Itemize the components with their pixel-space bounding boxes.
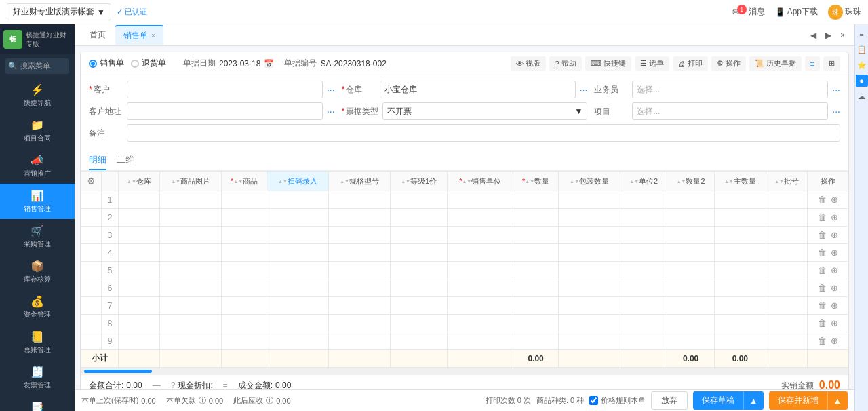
table-cell[interactable] xyxy=(667,332,714,350)
table-cell[interactable] xyxy=(559,244,620,262)
table-cell[interactable] xyxy=(559,315,620,332)
row-check-cell[interactable] xyxy=(81,191,102,209)
select-btn[interactable]: ☰选单 xyxy=(635,56,669,71)
table-cell[interactable] xyxy=(766,209,807,227)
table-cell[interactable] xyxy=(559,191,620,209)
notification-button[interactable]: ✉ 1 消息 xyxy=(732,6,765,18)
table-cell[interactable] xyxy=(620,297,667,315)
salesperson-input[interactable]: 选择... xyxy=(632,81,828,98)
table-cell[interactable] xyxy=(328,227,390,244)
row-check-cell[interactable] xyxy=(81,244,102,262)
settings-col-header[interactable]: ⚙ xyxy=(81,172,102,191)
table-cell[interactable] xyxy=(559,332,620,350)
table-cell[interactable] xyxy=(390,332,447,350)
table-cell[interactable] xyxy=(448,209,513,227)
help-btn[interactable]: ?帮助 xyxy=(549,56,581,71)
row-delete-btn[interactable]: 🗑 xyxy=(816,265,829,276)
row-check-cell[interactable] xyxy=(81,297,102,315)
customer-select-btn[interactable]: ··· xyxy=(327,84,335,95)
table-cell[interactable] xyxy=(513,279,559,297)
table-cell[interactable] xyxy=(667,244,714,262)
table-cell[interactable] xyxy=(328,332,390,350)
table-cell[interactable] xyxy=(714,297,766,315)
app-download-button[interactable]: 📱 App下载 xyxy=(775,6,818,18)
row-copy-btn[interactable]: ⊕ xyxy=(829,282,840,294)
table-cell[interactable] xyxy=(390,297,447,315)
table-cell[interactable] xyxy=(513,297,559,315)
table-cell[interactable] xyxy=(766,297,807,315)
project-select-btn[interactable]: ··· xyxy=(832,106,840,117)
table-cell[interactable] xyxy=(667,191,714,209)
table-cell[interactable] xyxy=(160,191,222,209)
row-check-cell[interactable] xyxy=(81,332,102,350)
tab-prev-button[interactable]: ◀ xyxy=(808,29,819,41)
warehouse-select-btn[interactable]: ··· xyxy=(580,84,588,95)
tab-next-button[interactable]: ▶ xyxy=(823,29,834,41)
table-cell[interactable] xyxy=(448,244,513,262)
save-draft-split-button[interactable]: ▲ xyxy=(743,391,764,410)
table-cell[interactable] xyxy=(222,262,267,279)
table-cell[interactable] xyxy=(222,209,267,227)
table-cell[interactable] xyxy=(513,191,559,209)
tab-sales-order[interactable]: 销售单 × xyxy=(115,25,163,45)
layout-btn2[interactable]: ⊞ xyxy=(823,56,840,71)
view-btn[interactable]: 👁视版 xyxy=(511,56,546,71)
right-btn-4[interactable]: ● xyxy=(856,75,868,87)
tab-close-button[interactable]: × xyxy=(151,32,155,39)
row-check-cell[interactable] xyxy=(81,227,102,244)
radio-return-order[interactable]: 退货单 xyxy=(131,58,166,69)
right-btn-5[interactable]: ☁ xyxy=(856,90,868,102)
table-cell[interactable] xyxy=(267,332,328,350)
company-selector[interactable]: 好业财专业版演示帐套 ▼ xyxy=(7,3,111,20)
price-check-item[interactable]: 价格规则本单 xyxy=(589,395,646,406)
table-cell[interactable] xyxy=(714,262,766,279)
warehouse-input[interactable]: 小宝仓库 xyxy=(380,81,576,98)
table-cell[interactable] xyxy=(222,279,267,297)
table-cell[interactable] xyxy=(559,279,620,297)
table-cell[interactable] xyxy=(766,262,807,279)
help-icon[interactable]: ? xyxy=(171,380,176,389)
price-check-checkbox[interactable] xyxy=(589,396,598,405)
table-cell[interactable] xyxy=(267,262,328,279)
table-cell[interactable] xyxy=(620,315,667,332)
table-cell[interactable] xyxy=(714,315,766,332)
sidebar-item-tax[interactable]: 📑 税务管理 xyxy=(0,395,75,411)
table-cell[interactable] xyxy=(766,315,807,332)
search-menu-button[interactable]: 🔍 搜索菜单 xyxy=(5,58,69,74)
table-cell[interactable] xyxy=(160,279,222,297)
table-cell[interactable] xyxy=(714,244,766,262)
table-cell[interactable] xyxy=(390,191,447,209)
row-copy-btn[interactable]: ⊕ xyxy=(829,265,840,276)
table-cell[interactable] xyxy=(766,227,807,244)
table-cell[interactable] xyxy=(119,297,160,315)
table-cell[interactable] xyxy=(513,244,559,262)
right-btn-2[interactable]: 📋 xyxy=(856,43,868,56)
sidebar-item-sales[interactable]: 📊 销售管理 xyxy=(0,184,75,219)
row-copy-btn[interactable]: ⊕ xyxy=(829,317,840,329)
table-cell[interactable] xyxy=(559,297,620,315)
table-cell[interactable] xyxy=(328,279,390,297)
table-cell[interactable] xyxy=(714,279,766,297)
table-cell[interactable] xyxy=(620,209,667,227)
row-copy-btn[interactable]: ⊕ xyxy=(829,335,840,347)
table-cell[interactable] xyxy=(267,227,328,244)
table-cell[interactable] xyxy=(119,279,160,297)
print-btn[interactable]: 🖨打印 xyxy=(673,56,708,71)
sidebar-item-invoice[interactable]: 🧾 发票管理 xyxy=(0,360,75,395)
row-delete-btn[interactable]: 🗑 xyxy=(816,317,829,329)
table-cell[interactable] xyxy=(119,244,160,262)
layout-btn1[interactable]: ≡ xyxy=(805,56,820,71)
history-btn[interactable]: 📜历史单据 xyxy=(749,56,802,71)
save-draft-button[interactable]: 保存草稿 xyxy=(693,391,743,410)
sidebar-item-inventory[interactable]: 📦 库存核算 xyxy=(0,254,75,290)
row-delete-btn[interactable]: 🗑 xyxy=(816,300,829,311)
calendar-icon[interactable]: 📅 xyxy=(264,59,274,68)
table-cell[interactable] xyxy=(267,244,328,262)
table-cell[interactable] xyxy=(328,297,390,315)
table-cell[interactable] xyxy=(390,262,447,279)
table-cell[interactable] xyxy=(559,262,620,279)
table-cell[interactable] xyxy=(390,227,447,244)
table-cell[interactable] xyxy=(513,315,559,332)
table-cell[interactable] xyxy=(222,244,267,262)
row-check-cell[interactable] xyxy=(81,209,102,227)
